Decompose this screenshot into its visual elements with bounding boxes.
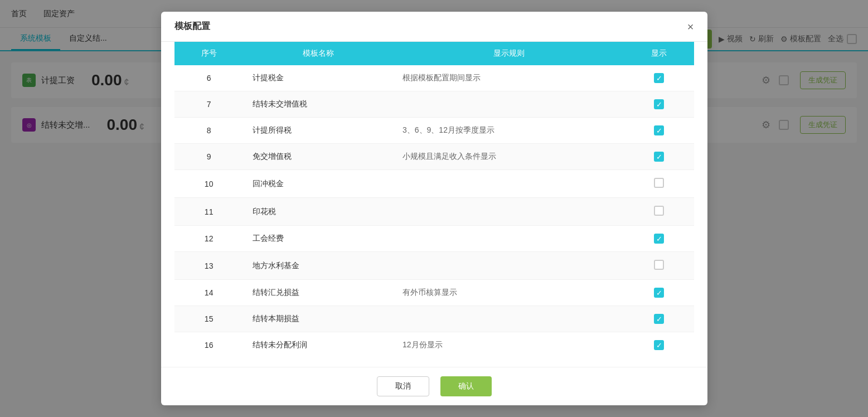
cell-checkbox [624,144,694,170]
cell-checkbox [624,170,694,198]
table-header: 序号 模板名称 显示规则 显示 [174,42,694,65]
cell-id: 12 [174,226,244,252]
template-config-dialog: 模板配置 × 序号 模板名称 显示规则 显示 6计提税金根据模板配置期间显示7结… [161,12,707,405]
cancel-button[interactable]: 取消 [377,376,429,396]
row-checkbox-8[interactable] [654,125,664,135]
cell-id: 7 [174,91,244,118]
cell-id: 9 [174,144,244,170]
cell-checkbox [624,226,694,252]
cell-name: 免交增值税 [244,144,394,170]
cell-name: 结转未交增值税 [244,91,394,118]
cell-checkbox [624,65,694,91]
cell-rule [394,306,624,332]
modal-overlay: 模板配置 × 序号 模板名称 显示规则 显示 6计提税金根据模板配置期间显示7结… [0,0,868,417]
cell-checkbox [624,332,694,358]
cell-name: 计提税金 [244,65,394,91]
dialog-body: 序号 模板名称 显示规则 显示 6计提税金根据模板配置期间显示7结转未交增值税8… [161,42,707,367]
cell-id: 13 [174,252,244,280]
cell-id: 11 [174,198,244,226]
cell-rule: 小规模且满足收入条件显示 [394,144,624,170]
cell-rule [394,170,624,198]
cell-id: 10 [174,170,244,198]
cell-rule [394,252,624,280]
cell-rule: 3、6、9、12月按季度显示 [394,118,624,144]
row-checkbox-11[interactable] [654,206,664,216]
cell-id: 16 [174,332,244,358]
close-icon[interactable]: × [687,21,694,32]
row-checkbox-12[interactable] [654,234,664,244]
dialog-footer: 取消 确认 [161,367,707,405]
table-row: 8计提所得税3、6、9、12月按季度显示 [174,118,694,144]
col-header-show: 显示 [624,42,694,65]
confirm-button[interactable]: 确认 [440,376,492,396]
table-row: 13地方水利基金 [174,252,694,280]
cell-rule [394,91,624,118]
dialog-title: 模板配置 [174,21,210,32]
cell-rule: 12月份显示 [394,332,624,358]
col-header-rule: 显示规则 [394,42,624,65]
cell-id: 15 [174,306,244,332]
row-checkbox-10[interactable] [654,178,664,188]
cell-id: 8 [174,118,244,144]
cell-rule [394,198,624,226]
cell-checkbox [624,118,694,144]
cell-name: 印花税 [244,198,394,226]
row-checkbox-13[interactable] [654,260,664,270]
table-row: 7结转未交增值税 [174,91,694,118]
row-checkbox-6[interactable] [654,73,664,83]
table-row: 16结转未分配利润12月份显示 [174,332,694,358]
table-row: 11印花税 [174,198,694,226]
cell-id: 6 [174,65,244,91]
cell-rule: 根据模板配置期间显示 [394,65,624,91]
cell-checkbox [624,91,694,118]
col-header-name: 模板名称 [244,42,394,65]
cell-rule: 有外币核算显示 [394,280,624,306]
table-row: 12工会经费 [174,226,694,252]
cell-name: 工会经费 [244,226,394,252]
cell-name: 结转汇兑损益 [244,280,394,306]
col-header-id: 序号 [174,42,244,65]
cell-name: 结转本期损益 [244,306,394,332]
table-row: 15结转本期损益 [174,306,694,332]
table-row: 6计提税金根据模板配置期间显示 [174,65,694,91]
row-checkbox-14[interactable] [654,288,664,298]
config-table: 序号 模板名称 显示规则 显示 6计提税金根据模板配置期间显示7结转未交增值税8… [174,42,694,358]
table-row: 9免交增值税小规模且满足收入条件显示 [174,144,694,170]
cell-id: 14 [174,280,244,306]
row-checkbox-15[interactable] [654,314,664,324]
cell-name: 回冲税金 [244,170,394,198]
dialog-header: 模板配置 × [161,12,707,42]
cell-name: 计提所得税 [244,118,394,144]
row-checkbox-7[interactable] [654,99,664,109]
cell-checkbox [624,280,694,306]
table-body: 6计提税金根据模板配置期间显示7结转未交增值税8计提所得税3、6、9、12月按季… [174,65,694,358]
row-checkbox-16[interactable] [654,340,664,350]
cell-checkbox [624,252,694,280]
cell-name: 结转未分配利润 [244,332,394,358]
cell-name: 地方水利基金 [244,252,394,280]
row-checkbox-9[interactable] [654,152,664,162]
table-row: 10回冲税金 [174,170,694,198]
cell-checkbox [624,306,694,332]
cell-rule [394,226,624,252]
table-row: 14结转汇兑损益有外币核算显示 [174,280,694,306]
cell-checkbox [624,198,694,226]
